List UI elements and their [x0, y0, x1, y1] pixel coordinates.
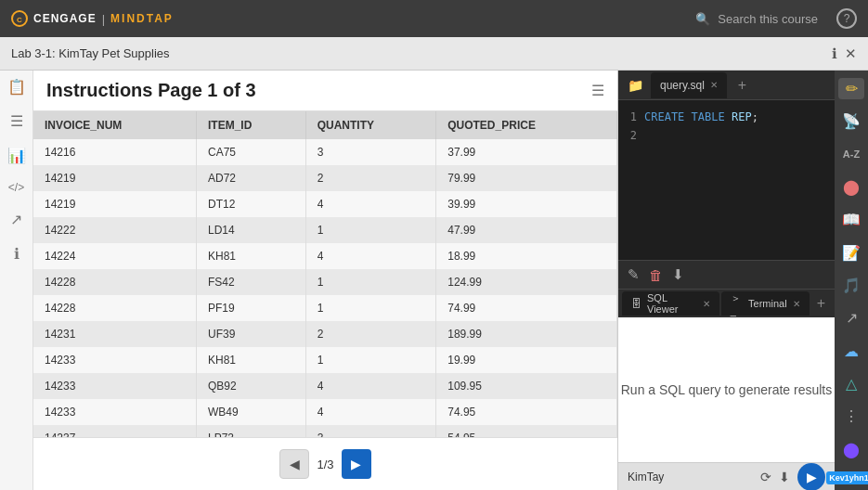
search-placeholder-text[interactable]: Search this course — [718, 12, 818, 26]
b-icon[interactable]: ⬤ — [838, 176, 864, 198]
cell-2-1: DT12 — [196, 191, 305, 217]
logo-area: C CENGAGE | MINDTAP — [11, 10, 695, 27]
status-bar: KimTay ⟳ ⬇ ▶ — [618, 462, 835, 490]
cell-9-0: 14233 — [33, 373, 196, 399]
add-bottom-tab-button[interactable]: + — [811, 295, 831, 312]
cell-6-0: 14228 — [33, 295, 196, 321]
query-sql-tab[interactable]: query.sql ✕ — [651, 72, 727, 98]
history-icon[interactable]: ⟳ — [760, 470, 771, 484]
share2-icon[interactable]: ↗ — [10, 211, 22, 228]
lab-title: Lab 3-1: KimTay Pet Supplies — [11, 46, 170, 60]
tab-close-icon[interactable]: ✕ — [710, 80, 718, 90]
next-page-button[interactable]: ▶ — [342, 449, 371, 479]
save-icon[interactable]: ⬇ — [779, 470, 790, 484]
cell-11-1: LP73 — [196, 425, 305, 437]
cell-4-3: 18.99 — [436, 243, 617, 269]
prev-page-button[interactable]: ◀ — [279, 449, 309, 479]
cell-3-1: LD14 — [196, 217, 305, 243]
user-badge: Kev1yhn16 — [826, 471, 868, 484]
table-row: 14233KH81119.99 — [33, 347, 617, 373]
cell-0-2: 3 — [305, 139, 436, 165]
cell-11-3: 54.95 — [436, 425, 617, 437]
table-container: INVOICE_NUM ITEM_ID QUANTITY QUOTED_PRIC… — [33, 111, 617, 437]
code-icon[interactable]: </> — [8, 181, 24, 194]
cell-9-2: 4 — [305, 373, 436, 399]
cell-2-2: 4 — [305, 191, 436, 217]
terminal-label: Terminal — [748, 298, 787, 309]
chart-icon[interactable]: 📊 — [7, 147, 26, 164]
cell-2-0: 14219 — [33, 191, 196, 217]
rss-icon[interactable]: 📡 — [838, 110, 864, 132]
left-sidebar: 📋 ☰ 📊 </> ↗ ℹ — [0, 71, 33, 490]
cloud-icon[interactable]: ☁ — [838, 341, 864, 362]
edit-icon[interactable]: ✎ — [628, 266, 640, 283]
main-content: 📋 ☰ 📊 </> ↗ ℹ Instructions Page 1 of 3 ☰… — [0, 71, 868, 490]
notes-icon[interactable]: 📝 — [838, 242, 864, 264]
cell-3-3: 47.99 — [436, 217, 617, 243]
code-editor[interactable]: 1 CREATE TABLE REP; 2 — [618, 100, 835, 260]
menu-icon[interactable]: ☰ — [591, 82, 604, 99]
cell-4-2: 4 — [305, 243, 436, 269]
status-right: ⟳ ⬇ ▶ — [760, 463, 825, 491]
run-button[interactable]: ▶ — [797, 463, 825, 491]
help-icon[interactable]: ? — [836, 8, 857, 29]
sql-viewer-tab[interactable]: 🗄 SQL Viewer ✕ — [622, 291, 719, 316]
instructions-panel: Instructions Page 1 of 3 ☰ INVOICE_NUM I… — [33, 71, 618, 490]
cell-7-2: 2 — [305, 321, 436, 347]
cell-1-1: AD72 — [196, 165, 305, 191]
cell-5-1: FS42 — [196, 269, 305, 295]
cell-2-3: 39.99 — [436, 191, 617, 217]
cell-9-1: QB92 — [196, 373, 305, 399]
editor-toolbar: ✎ 🗑 ⬇ — [618, 260, 835, 290]
line-number-1: 1 — [618, 110, 644, 123]
share-icon[interactable]: ↗ — [838, 307, 864, 329]
cell-8-1: KH81 — [196, 347, 305, 373]
table-row: 14233QB924109.95 — [33, 373, 617, 399]
cell-1-3: 79.99 — [436, 165, 617, 191]
cell-11-0: 14237 — [33, 425, 196, 437]
book2-icon[interactable]: 📋 — [7, 78, 26, 96]
gdrive-icon[interactable]: △ — [838, 373, 864, 394]
cell-1-2: 2 — [305, 165, 436, 191]
download-icon[interactable]: ⬇ — [672, 266, 684, 283]
close-icon[interactable]: ✕ — [845, 45, 857, 62]
table-row: 14219DT12439.99 — [33, 191, 617, 217]
pencil-icon[interactable]: ✏ — [838, 78, 864, 99]
results-placeholder: Run a SQL query to generate results — [621, 382, 833, 397]
table-header: INVOICE_NUM ITEM_ID QUANTITY QUOTED_PRIC… — [33, 111, 617, 139]
data-table: INVOICE_NUM ITEM_ID QUANTITY QUOTED_PRIC… — [33, 111, 617, 437]
cell-6-3: 74.99 — [436, 295, 617, 321]
cell-4-0: 14224 — [33, 243, 196, 269]
table-row: 14224KH81418.99 — [33, 243, 617, 269]
terminal-tab[interactable]: ＞_ Terminal ✕ — [721, 291, 810, 316]
cell-9-3: 109.95 — [436, 373, 617, 399]
table-row: 14233WB49474.95 — [33, 399, 617, 425]
cell-3-2: 1 — [305, 217, 436, 243]
col-invoice-num: INVOICE_NUM — [33, 111, 196, 139]
line-number-2: 2 — [618, 129, 644, 142]
cell-7-1: UF39 — [196, 321, 305, 347]
sql-viewer-close[interactable]: ✕ — [703, 299, 710, 309]
az-icon[interactable]: A-Z — [838, 144, 864, 165]
right-sidebar: ✏ 📡 A-Z ⬤ 📖 📝 🎵 ↗ ☁ △ ⋮ ⬤ Kev1yhn16 — [835, 71, 868, 490]
audio-icon[interactable]: 🎵 — [838, 275, 864, 296]
table-row: 14219AD72279.99 — [33, 165, 617, 191]
cell-1-0: 14219 — [33, 165, 196, 191]
delete-icon[interactable]: 🗑 — [649, 267, 663, 283]
cell-10-2: 4 — [305, 399, 436, 425]
list-icon[interactable]: ☰ — [10, 112, 23, 130]
folder-icon[interactable]: 📁 — [622, 78, 649, 93]
cell-6-2: 1 — [305, 295, 436, 321]
tab-label: query.sql — [660, 79, 705, 92]
add-tab-button[interactable]: + — [732, 77, 752, 94]
search-icon: 🔍 — [695, 12, 710, 26]
book-icon[interactable]: 📖 — [838, 209, 864, 230]
col-quantity: QUANTITY — [305, 111, 436, 139]
info-icon[interactable]: ℹ — [832, 45, 837, 62]
menu2-icon[interactable]: ⋮ — [838, 406, 864, 427]
terminal-close[interactable]: ✕ — [793, 299, 800, 309]
info2-icon[interactable]: ℹ — [14, 245, 19, 263]
circle-icon[interactable]: ⬤ — [838, 439, 864, 460]
table-row: 14222LD14147.99 — [33, 217, 617, 243]
cell-11-2: 3 — [305, 425, 436, 437]
